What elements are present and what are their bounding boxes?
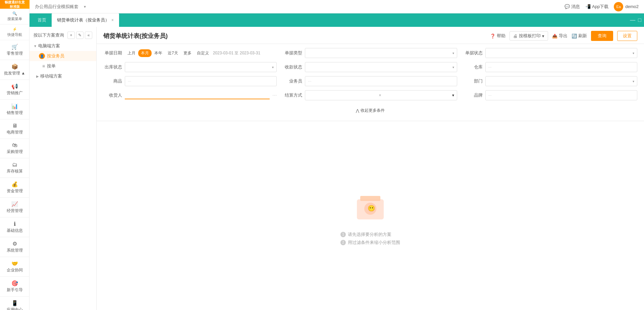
empty-tip-1-label: 请先选择要分析的方案 (348, 231, 391, 238)
receiver-dots[interactable]: ··· (272, 92, 277, 98)
ship-status-select[interactable]: ▾ (125, 62, 277, 72)
filter-doc-type: 单据类型 ▾ (283, 48, 457, 58)
empty-svg: 😶 (350, 189, 390, 223)
doc-status-select[interactable]: ▾ (485, 48, 637, 58)
sidebar-item-purchase-label: 采购管理 (7, 149, 23, 155)
scheme-group-mobile-header[interactable]: ▶ 移动端方案 (30, 71, 96, 81)
app-download-label: App下载 (592, 4, 608, 10)
sidebar-item-purchase[interactable]: 🛍 采购管理 (0, 139, 30, 158)
help-btn[interactable]: ❓ 帮助 (490, 33, 505, 39)
doc-type-arrow-icon: ▾ (452, 51, 454, 55)
message-label: 消息 (571, 4, 580, 10)
tab-close-icon[interactable]: × (111, 18, 114, 22)
marketing-icon: 📢 (11, 83, 18, 90)
download-icon: 📲 (585, 4, 591, 9)
salesperson-select[interactable]: ··· (305, 76, 457, 86)
salesperson-label: 业务员 (283, 78, 302, 84)
collapse-conditions-btn[interactable]: ⋀ 收起更多条件 (349, 106, 391, 115)
date-tab-thisyear[interactable]: 本年 (152, 49, 165, 57)
sidebar-item-operations-label: 经营管理 (7, 208, 23, 214)
filter-row-4: 收货人 ··· 结算方式 × ▾ (103, 90, 637, 100)
doc-type-label: 单据类型 (283, 50, 302, 56)
empty-tips: 1 请先选择要分析的方案 2 用过滤条件来缩小分析范围 (340, 231, 400, 246)
scheme-item-by-order[interactable]: ≡ 按单 (30, 61, 96, 71)
add-icon: + (70, 33, 72, 38)
dept-select[interactable]: ▾ (485, 76, 637, 86)
right-panel: 销货单统计表(按业务员) ❓ 帮助 🖨 按模板打印 ▾ 📤 导出 (97, 27, 644, 310)
date-tab-7days[interactable]: 近7天 (165, 49, 181, 57)
sidebar-item-guide[interactable]: 🎯 新手引导 (0, 277, 30, 297)
scheme-add-btn[interactable]: + (67, 32, 75, 39)
tab-sales-stat[interactable]: 销货单统计表（按业务员） × (52, 13, 119, 27)
sidebar-item-collab[interactable]: 🤝 企业协同 (0, 257, 30, 277)
pay-arrow-icon: ▾ (452, 65, 454, 69)
export-label: 导出 (559, 33, 568, 39)
quicknav-icon: ⚡ (12, 27, 17, 32)
date-tab-thismonth[interactable]: 本月 (138, 49, 152, 57)
print-btn[interactable]: 🖨 按模板打印 ▾ (509, 31, 548, 41)
tab-maximize-btn[interactable]: □ (638, 17, 641, 23)
sidebar-item-inventory[interactable]: 🗂 库存核算 (0, 158, 30, 178)
tab-home[interactable]: 首页 (32, 13, 52, 27)
settlement-clear-icon[interactable]: × (379, 93, 381, 98)
filter-settlement: 结算方式 × ▾ (283, 90, 457, 100)
mobile-triangle-icon: ▶ (36, 74, 39, 78)
collapse-icon: « (88, 33, 90, 38)
filter-brand: 品牌 ··· (464, 90, 637, 100)
sidebar-search[interactable]: 🔍 搜索菜单 (0, 9, 30, 24)
pay-status-select[interactable]: ▾ (305, 62, 457, 72)
scheme-group-pc-header[interactable]: ▼ 电脑端方案 (30, 41, 96, 51)
sidebar-item-collab-label: 企业协同 (7, 267, 23, 273)
scheme-edit-btn[interactable]: ✎ (76, 32, 84, 39)
doc-type-select[interactable]: ▾ (305, 48, 457, 58)
sidebar-item-finance[interactable]: 💰 资金管理 (0, 178, 30, 198)
sidebar-item-retail[interactable]: 🛒 零售管理 (0, 40, 30, 60)
settlement-select[interactable]: × ▾ (305, 90, 457, 100)
topbar-dropdown[interactable]: ▾ (84, 4, 86, 9)
sidebar-item-appstore[interactable]: 📱 应用中心 (0, 297, 30, 310)
print-arrow-icon: ▾ (542, 34, 544, 39)
warehouse-label: 仓库 (464, 64, 483, 70)
wholesale-icon: 📦 (11, 63, 18, 70)
date-tab-more[interactable]: 更多 (181, 49, 194, 57)
sidebar-item-system[interactable]: ⚙ 系统管理 (0, 237, 30, 257)
scheme-collapse-btn[interactable]: « (85, 32, 92, 39)
date-range-display: 2023-03-01 至 2023-03-31 (213, 50, 260, 56)
svg-text:😶: 😶 (368, 205, 375, 212)
refresh-btn[interactable]: 🔄 刷新 (572, 33, 587, 39)
sidebar-item-ecom[interactable]: 🖥 电商管理 (0, 119, 30, 139)
main-area: 办公用品行业模拟账套 ▾ 💬 消息 📲 App下载 Ea demo2 首页 销货… (30, 0, 644, 310)
app-download-btn[interactable]: 📲 App下载 (585, 4, 608, 10)
message-btn[interactable]: 💬 消息 (565, 4, 580, 10)
sidebar-item-sales[interactable]: 📊 销售管理 (0, 100, 30, 119)
scheme-group-pc: ▼ 电脑端方案 👤 按业务员 ≡ 按单 (30, 41, 96, 71)
date-tab-lastmonth[interactable]: 上月 (125, 49, 138, 57)
tab-sales-stat-label: 销货单统计表（按业务员） (57, 17, 109, 23)
user-avatar[interactable]: Ea demo2 (614, 2, 639, 11)
sidebar: 畅捷通好生意 标准版 🔍 搜索菜单 ⚡ 快捷导航 🛒 零售管理 📦 批发管理 ▲… (0, 0, 30, 310)
date-tabs: 上月 本月 本年 近7天 更多 自定义 (125, 49, 212, 57)
export-btn[interactable]: 📤 导出 (552, 33, 568, 39)
sidebar-item-operations[interactable]: 📈 经营管理 (0, 198, 30, 217)
sidebar-item-marketing-label: 营销推广 (7, 90, 23, 96)
tab-minimize-btn[interactable]: — (630, 17, 635, 23)
receiver-input[interactable] (125, 91, 270, 99)
query-button[interactable]: 查询 (591, 31, 613, 41)
warehouse-select[interactable]: ··· (485, 62, 637, 72)
scheme-item-by-salesperson[interactable]: 👤 按业务员 (30, 51, 96, 61)
product-select[interactable]: ··· (125, 76, 277, 86)
sidebar-item-basic[interactable]: ℹ 基础信息 (0, 217, 30, 237)
sidebar-item-wholesale[interactable]: 📦 批发管理 ▲ (0, 60, 30, 80)
filter-pay-status: 收款状态 ▾ (283, 62, 457, 72)
sidebar-item-wholesale-label: 批发管理 ▲ (4, 70, 25, 76)
sidebar-item-marketing[interactable]: 📢 营销推广 (0, 80, 30, 100)
sidebar-quicknav[interactable]: ⚡ 快捷导航 (0, 24, 30, 40)
filter-row-1: 单据日期 上月 本月 本年 近7天 更多 自定义 2023-03-01 至 20… (103, 48, 637, 58)
tip-num-2: 2 (340, 240, 346, 245)
date-tab-custom[interactable]: 自定义 (194, 49, 212, 57)
sidebar-item-ecom-label: 电商管理 (7, 130, 23, 135)
brand-select[interactable]: ··· (485, 90, 637, 100)
settings-button[interactable]: 设置 (617, 31, 637, 41)
sidebar-item-basic-label: 基础信息 (7, 228, 23, 234)
filter-dept: 部门 ▾ (464, 76, 637, 86)
